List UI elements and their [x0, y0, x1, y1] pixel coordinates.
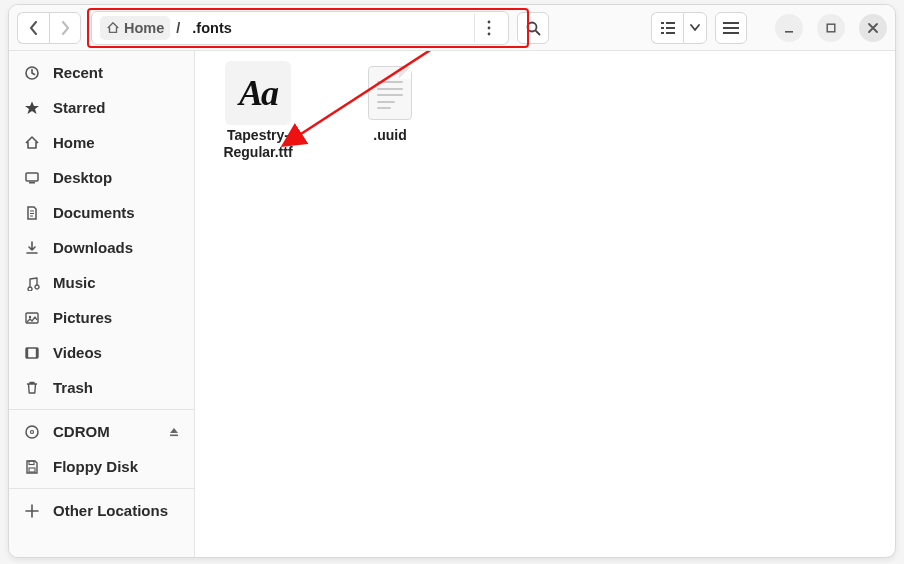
file-item-font[interactable]: Aa Tapestry-Regular.ttf [213, 61, 303, 161]
svg-rect-13 [785, 31, 793, 33]
desktop-icon [23, 170, 41, 186]
svg-rect-14 [827, 24, 835, 32]
file-manager-window: Home / .fonts [8, 4, 896, 558]
hamburger-icon [723, 22, 739, 34]
pathbar-actions-button[interactable] [474, 14, 502, 42]
sidebar-item-trash[interactable]: Trash [9, 370, 194, 405]
download-icon [23, 240, 41, 256]
hamburger-menu-button[interactable] [715, 12, 747, 44]
svg-rect-8 [661, 32, 664, 34]
sidebar-item-label: Downloads [53, 239, 133, 256]
svg-point-2 [487, 32, 490, 35]
sidebar-item-pictures[interactable]: Pictures [9, 300, 194, 335]
video-icon [23, 345, 41, 361]
music-icon [23, 275, 41, 291]
sidebar-separator [9, 488, 194, 489]
svg-rect-11 [723, 27, 739, 29]
svg-point-23 [26, 426, 38, 438]
list-icon [660, 21, 676, 35]
nav-back-forward-group [17, 12, 81, 44]
svg-rect-6 [661, 27, 664, 29]
trash-icon [23, 380, 41, 396]
document-icon [23, 205, 41, 221]
sidebar-item-label: Other Locations [53, 502, 168, 519]
chevron-down-icon [690, 24, 700, 32]
svg-rect-21 [26, 348, 28, 358]
forward-button[interactable] [49, 12, 81, 44]
content-area[interactable]: Aa Tapestry-Regular.ttf .uuid [195, 51, 895, 557]
sidebar-item-other-locations[interactable]: Other Locations [9, 493, 194, 528]
sidebar-item-label: Starred [53, 99, 106, 116]
plus-icon [23, 504, 41, 518]
svg-point-0 [487, 20, 490, 23]
body: Recent Starred Home Desktop Documents Do [9, 51, 895, 557]
sidebar-item-starred[interactable]: Starred [9, 90, 194, 125]
pathbar-container: Home / .fonts [89, 11, 509, 45]
svg-rect-4 [661, 22, 664, 24]
view-options-button[interactable] [683, 12, 707, 44]
svg-rect-22 [36, 348, 38, 358]
close-icon [867, 22, 879, 34]
svg-point-1 [487, 26, 490, 29]
search-button[interactable] [517, 12, 549, 44]
sidebar-item-cdrom[interactable]: CDROM [9, 414, 194, 449]
sidebar-item-label: Documents [53, 204, 135, 221]
clock-icon [23, 65, 41, 81]
back-button[interactable] [17, 12, 49, 44]
svg-point-19 [29, 315, 31, 317]
file-item-text[interactable]: .uuid [345, 61, 435, 144]
svg-point-3 [528, 22, 537, 31]
svg-rect-25 [170, 434, 178, 436]
sidebar-item-label: Music [53, 274, 96, 291]
sidebar-item-videos[interactable]: Videos [9, 335, 194, 370]
maximize-button[interactable] [817, 14, 845, 42]
breadcrumb-home[interactable]: Home [100, 16, 170, 40]
breadcrumb-home-label: Home [124, 20, 164, 36]
view-switcher-group [651, 12, 707, 44]
chevron-right-icon [59, 21, 71, 35]
chevron-left-icon [28, 21, 40, 35]
sidebar-item-documents[interactable]: Documents [9, 195, 194, 230]
sidebar-item-recent[interactable]: Recent [9, 55, 194, 90]
text-file-icon [357, 61, 423, 125]
maximize-icon [825, 22, 837, 34]
sidebar-item-desktop[interactable]: Desktop [9, 160, 194, 195]
sidebar-item-music[interactable]: Music [9, 265, 194, 300]
icon-grid: Aa Tapestry-Regular.ttf .uuid [213, 61, 877, 161]
svg-rect-17 [29, 182, 35, 184]
font-file-icon: Aa [225, 61, 291, 125]
eject-icon [168, 426, 180, 438]
eject-button[interactable] [168, 426, 180, 438]
home-icon [106, 21, 120, 35]
svg-rect-7 [666, 27, 675, 29]
svg-rect-16 [26, 173, 38, 181]
svg-rect-9 [666, 32, 675, 34]
breadcrumb-current[interactable]: .fonts [186, 16, 237, 40]
svg-rect-10 [723, 22, 739, 24]
minimize-button[interactable] [775, 14, 803, 42]
svg-rect-27 [29, 468, 35, 472]
floppy-icon [23, 459, 41, 475]
sidebar-item-floppy[interactable]: Floppy Disk [9, 449, 194, 484]
minimize-icon [783, 22, 795, 34]
font-preview-glyph: Aa [239, 72, 277, 114]
breadcrumb-separator: / [174, 20, 182, 36]
pathbar[interactable]: Home / .fonts [91, 11, 509, 45]
file-label: Tapestry-Regular.ttf [213, 127, 303, 161]
picture-icon [23, 310, 41, 326]
sidebar-item-label: Floppy Disk [53, 458, 138, 475]
sidebar: Recent Starred Home Desktop Documents Do [9, 51, 195, 557]
sidebar-item-label: Home [53, 134, 95, 151]
close-button[interactable] [859, 14, 887, 42]
sidebar-item-label: Trash [53, 379, 93, 396]
home-icon [23, 135, 41, 151]
sidebar-item-downloads[interactable]: Downloads [9, 230, 194, 265]
dots-vertical-icon [487, 20, 491, 36]
sidebar-item-label: Pictures [53, 309, 112, 326]
sidebar-item-home[interactable]: Home [9, 125, 194, 160]
headerbar: Home / .fonts [9, 5, 895, 51]
search-icon [525, 20, 541, 36]
sidebar-item-label: CDROM [53, 423, 110, 440]
view-list-button[interactable] [651, 12, 683, 44]
sidebar-item-label: Desktop [53, 169, 112, 186]
